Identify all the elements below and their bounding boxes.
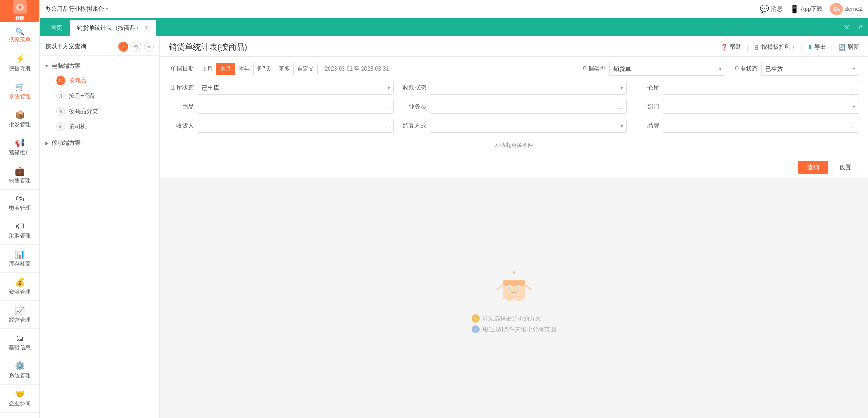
wholesale-icon: 📦 (2, 110, 38, 120)
filter-item-warehouse-status: 出库状态 已出库 ▾ (169, 81, 394, 95)
brand-dots-icon[interactable]: … (849, 122, 855, 129)
hint-1-text: 请先选择要分析的方案 (482, 314, 541, 323)
main-area: 办公用品行业模拟账套 ▾ 💬 消息 📱 App下载 Ea demo2 首页 销货… (40, 0, 868, 418)
sidebar-item-marketing[interactable]: 📢 营销推广 (0, 133, 39, 162)
warehouse-input[interactable] (663, 81, 859, 95)
consignee-input[interactable] (198, 119, 394, 133)
department-select[interactable] (663, 100, 859, 114)
settlement-select[interactable] (430, 119, 626, 133)
basic-label: 基础信息 (9, 344, 31, 351)
tree-item-category-label: 按商品分类 (69, 107, 98, 115)
tree-item-by-goods[interactable]: G 按商品 (40, 73, 159, 88)
department-control: ▾ (663, 100, 859, 114)
sidebar-item-enterprise[interactable]: 🤝 企业协同 (0, 385, 39, 413)
help-btn[interactable]: ❓ 帮助 (721, 43, 741, 51)
topbar-left: 办公用品行业模拟账套 ▾ (45, 5, 108, 13)
app-download-icon: 📱 (790, 5, 799, 13)
sidebar-item-guide[interactable]: 📖 新手引导 (0, 413, 39, 418)
sidebar-item-finance[interactable]: 💰 资金管理 (0, 273, 39, 301)
sidebar-item-wholesale[interactable]: 📦 批发管理 (0, 105, 39, 133)
tab-close-all-btn[interactable]: ✕ (842, 21, 851, 33)
sidebar-item-operations[interactable]: 📈 经营管理 (0, 301, 39, 329)
date-pill-this-month[interactable]: 本月 (216, 63, 235, 75)
date-pill-this-year[interactable]: 本年 (235, 63, 253, 75)
tree-item-by-month-goods[interactable]: 月 按月+商品 (40, 88, 159, 104)
refresh-btn[interactable]: 🔄 刷新 (838, 43, 859, 51)
tab-maximize-btn[interactable]: ⤢ (855, 21, 864, 33)
tree-item-by-category[interactable]: 分 按商品分类 (40, 104, 159, 119)
salesperson-dots-icon[interactable]: … (617, 103, 623, 110)
tree-item-driver-icon: 司 (56, 122, 65, 131)
tree-item-by-driver[interactable]: 司 按司机 (40, 119, 159, 134)
date-pill-last-month[interactable]: 上月 (198, 63, 216, 75)
doc-type-select[interactable]: 销货单 (609, 62, 725, 76)
wholesale-label: 批发管理 (9, 121, 31, 128)
tree-group-desktop-header[interactable]: ▶ 电脑端方案 (40, 59, 159, 73)
filter-row-3: 商品 … 业务员 … 部门 (169, 100, 859, 114)
receipt-status-input[interactable] (430, 81, 626, 95)
query-panel-header: 按以下方案查询 + ⚙ « (40, 36, 159, 56)
consignee-dots-icon[interactable]: … (384, 122, 390, 129)
qp-settings-btn[interactable]: ⚙ (131, 42, 141, 52)
workspace-dropdown-icon: ▾ (106, 6, 108, 11)
salesperson-input[interactable] (430, 100, 626, 114)
qp-add-btn[interactable]: + (118, 42, 128, 52)
export-btn[interactable]: ⬇ 导出 (807, 43, 826, 51)
svg-rect-13 (517, 298, 521, 301)
sidebar-item-sales[interactable]: 💼 销售管理 (0, 162, 39, 190)
search-menu[interactable]: 🔍 搜索菜单 (0, 22, 39, 49)
warehouse-status-control: 已出库 ▾ (198, 81, 394, 95)
tab-sales-stat-close[interactable]: ✕ (144, 25, 149, 31)
date-pill-more[interactable]: 更多 (275, 63, 293, 75)
workspace-selector[interactable]: 办公用品行业模拟账套 ▾ (45, 5, 108, 13)
tree-group-mobile-header[interactable]: ▶ 移动端方案 (40, 136, 159, 150)
warehouse-dots-icon[interactable]: … (849, 84, 855, 91)
sales-icon: 💼 (2, 166, 38, 176)
receipt-status-label: 收款状态 (401, 84, 426, 92)
finance-icon: 💰 (2, 277, 38, 287)
warehouse-status-select[interactable]: 已出库 (198, 81, 394, 95)
sidebar-item-retail[interactable]: 🛒 零售管理 (0, 77, 39, 105)
filter-item-brand: 品牌 … (634, 119, 859, 133)
tab-home[interactable]: 首页 (43, 20, 70, 36)
collapse-bar[interactable]: ∧ 收起更多条件 (169, 138, 859, 151)
sidebar-item-ecommerce[interactable]: 🛍 电商管理 (0, 190, 39, 217)
goods-dots-icon[interactable]: … (384, 103, 390, 110)
tab-sales-stat[interactable]: 销货单统计表（按商品） ✕ (70, 20, 156, 36)
settings-button[interactable]: 设置 (832, 161, 859, 174)
svg-rect-3 (503, 280, 525, 286)
sidebar-item-system[interactable]: ⚙️ 系统管理 (0, 356, 39, 385)
date-pill-custom[interactable]: 自定义 (293, 63, 318, 75)
tree-section: ▶ 电脑端方案 G 按商品 月 按月+商品 分 按商品分类 (40, 56, 159, 155)
brand-input[interactable] (663, 119, 859, 133)
goods-label: 商品 (169, 103, 194, 111)
user-menu[interactable]: Ea demo2 (830, 3, 863, 15)
app-download-label: App下载 (801, 5, 823, 13)
tree-item-driver-label: 按司机 (69, 123, 86, 131)
print-template-btn[interactable]: 🖨 按模板打印 ▾ (754, 43, 795, 51)
sidebar-item-quicknav[interactable]: ⚡ 快捷导航 (0, 49, 39, 77)
query-button[interactable]: 查询 (798, 161, 828, 174)
filter-item-date: 单据日期 上月 本月 本年 近7天 更多 自定义 2023-03-01 至 20… (169, 63, 573, 75)
sidebar-item-inventory[interactable]: 📊 库存核算 (0, 245, 39, 273)
tabbar-actions: ✕ ⤢ (842, 18, 864, 36)
tree-arrow-mobile: ▶ (45, 141, 49, 146)
message-btn[interactable]: 💬 消息 (760, 5, 783, 13)
date-pill-7days[interactable]: 近7天 (253, 63, 275, 75)
receipt-status-control: ▾ (430, 81, 626, 95)
sales-label: 销售管理 (9, 177, 31, 184)
doc-status-select[interactable]: 已生效 (761, 62, 859, 76)
divider-3: | (831, 44, 833, 51)
query-panel: 按以下方案查询 + ⚙ « ▶ 电脑端方案 G 按商品 (40, 36, 160, 418)
sidebar-item-purchase[interactable]: 🏷 采购管理 (0, 217, 39, 245)
goods-input[interactable] (198, 100, 394, 114)
ecommerce-label: 电商管理 (9, 205, 31, 211)
svg-line-10 (497, 285, 503, 290)
sidebar-item-basic[interactable]: 🗂 基础信息 (0, 329, 39, 356)
qp-collapse-btn[interactable]: « (144, 42, 154, 52)
refresh-label: 刷新 (847, 43, 859, 51)
hint-2-text: 用[过滤]条件来缩小分析范围 (482, 325, 556, 333)
system-icon: ⚙️ (2, 361, 38, 371)
app-download-btn[interactable]: 📱 App下载 (790, 5, 823, 13)
filter-row-2: 出库状态 已出库 ▾ 收款状态 ▾ (169, 81, 859, 95)
